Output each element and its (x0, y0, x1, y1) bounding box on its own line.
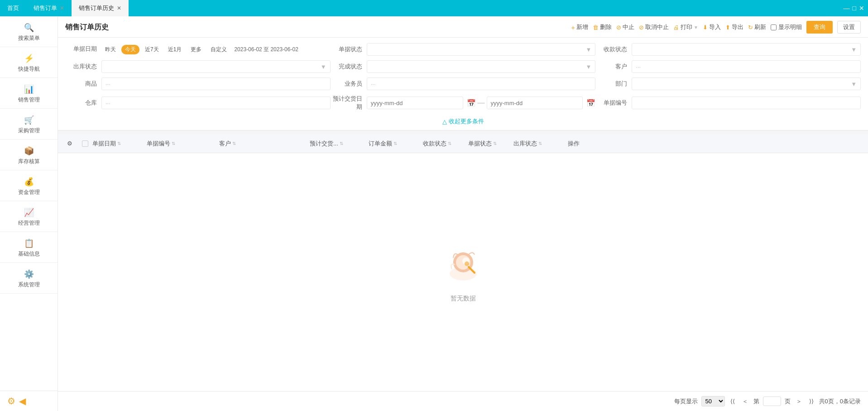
sidebar-item-basic-info[interactable]: 📋 基础信息 (0, 232, 58, 263)
display-toggle: 显示明细 (771, 23, 802, 31)
page-input[interactable]: 1 (763, 396, 781, 406)
th-pay-status[interactable]: 收款状态 ⇅ (423, 140, 468, 148)
sidebar-item-sales[interactable]: 📊 销售管理 (0, 78, 58, 109)
pay-status-select[interactable]: ▼ (632, 43, 861, 56)
btn-export[interactable]: ⬆ 导出 (725, 23, 743, 31)
th-out-status[interactable]: 出库状态 ⇅ (513, 140, 568, 148)
chip-more[interactable]: 更多 (187, 45, 205, 54)
date-separator: — (478, 99, 485, 107)
export-icon: ⬆ (725, 24, 730, 31)
purchase-icon: 🛒 (24, 115, 34, 125)
th-customer[interactable]: 客户 ⇅ (219, 140, 310, 148)
sidebar-collapse-icon[interactable]: ◀ (19, 396, 26, 406)
header-checkbox[interactable] (82, 140, 88, 147)
pagination: 每页显示 50 20 100 ⟨⟨ ＜ 第 1 页 ＞ ⟩⟩ 共0页，0条记录 (58, 391, 868, 411)
th-checkbox[interactable] (78, 140, 92, 147)
sort-amount-icon: ⇅ (393, 141, 397, 146)
btn-add[interactable]: + 新增 (571, 23, 588, 31)
cal-icon-1[interactable]: 📅 (467, 99, 476, 107)
btn-cancel-stop[interactable]: ⊘ 取消中止 (639, 23, 669, 31)
chip-custom[interactable]: 自定义 (207, 45, 230, 54)
quicknav-icon: ⚡ (24, 53, 34, 63)
filter-row-2: 出库状态 ▼ 完成状态 ▼ 客户 ··· (65, 60, 861, 73)
out-status-select[interactable]: ▼ (101, 60, 331, 73)
filter-row-3: 商品 ··· 业务员 ··· 部门 ▼ (65, 77, 861, 90)
department-select[interactable]: ▼ (632, 77, 861, 90)
label-salesperson: 业务员 (331, 80, 367, 88)
cancel-stop-icon: ⊘ (639, 24, 644, 31)
table-header: ⚙ 单据日期 ⇅ 单据编号 ⇅ 客户 ⇅ 预计交货... (58, 134, 868, 153)
first-page-btn[interactable]: ⟨⟨ (729, 397, 737, 406)
cal-icon-2[interactable]: 📅 (586, 99, 595, 107)
delivery-date-end[interactable] (487, 97, 583, 109)
label-pay-status: 收款状态 (595, 45, 632, 53)
btn-print[interactable]: 🖨 打印 ▼ (673, 23, 698, 31)
th-setting[interactable]: ⚙ (62, 140, 78, 147)
last-page-btn[interactable]: ⟩⟩ (807, 397, 815, 406)
collapse-row[interactable]: △ 收起更多条件 (65, 116, 861, 128)
minimize-btn[interactable]: — (844, 5, 850, 12)
import-icon: ⬇ (703, 24, 708, 31)
system-icon: ⚙️ (24, 269, 34, 279)
btn-delete[interactable]: 🗑 删除 (593, 23, 612, 31)
display-toggle-checkbox[interactable] (771, 24, 777, 30)
chip-today[interactable]: 今天 (121, 45, 139, 54)
th-action: 操作 (568, 140, 864, 148)
order-status-arrow: ▼ (585, 46, 591, 53)
close-tab-sales-history[interactable]: ✕ (117, 5, 121, 11)
complete-status-select[interactable]: ▼ (367, 60, 596, 73)
th-order-status[interactable]: 单据状态 ⇅ (468, 140, 513, 148)
tab-sales-history[interactable]: 销售订单历史 ✕ (72, 0, 129, 16)
sort-date-icon: ⇅ (117, 141, 121, 146)
product-select[interactable]: ··· (101, 77, 331, 90)
chip-7days[interactable]: 近7天 (141, 45, 163, 54)
filter-panel: 单据日期 昨天 今天 近7天 近1月 更多 自定义 2023-06-02 至 2… (58, 38, 868, 131)
delivery-date-start[interactable] (367, 97, 463, 109)
business-icon: 📈 (24, 208, 34, 218)
sidebar-item-finance[interactable]: 💰 资金管理 (0, 170, 58, 201)
th-delivery[interactable]: 预计交货... ⇅ (310, 140, 369, 148)
per-page-select[interactable]: 50 20 100 (701, 396, 725, 406)
close-btn[interactable]: ✕ (859, 5, 864, 12)
page-header: 销售订单历史 + 新增 🗑 删除 ⊘ 中止 ⊘ 取消中止 (58, 16, 868, 38)
sidebar-item-quicknav[interactable]: ⚡ 快捷导航 (0, 47, 58, 78)
print-dropdown-icon[interactable]: ▼ (694, 25, 698, 30)
tab-home[interactable]: 首页 (0, 0, 26, 16)
set-button[interactable]: 设置 (837, 21, 861, 34)
label-warehouse: 仓库 (65, 99, 101, 107)
next-page-btn[interactable]: ＞ (794, 396, 804, 406)
sidebar-item-business[interactable]: 📈 经营管理 (0, 201, 58, 232)
empty-state: 暂无数据 (58, 153, 868, 391)
refresh-icon: ↻ (748, 24, 753, 31)
add-icon: + (571, 24, 575, 31)
query-button[interactable]: 查询 (806, 21, 833, 34)
inventory-icon: 📦 (24, 146, 34, 156)
department-arrow: ▼ (851, 81, 857, 87)
chip-1month[interactable]: 近1月 (164, 45, 186, 54)
sidebar-item-system[interactable]: ⚙️ 系统管理 (0, 263, 58, 294)
tab-sales-order[interactable]: 销售订单 ✕ (26, 0, 72, 16)
chip-yesterday[interactable]: 昨天 (101, 45, 120, 54)
sidebar-item-purchase[interactable]: 🛒 采购管理 (0, 109, 58, 140)
salesperson-select[interactable]: ··· (367, 77, 596, 90)
prev-page-btn[interactable]: ＜ (740, 396, 750, 406)
th-number[interactable]: 单据编号 ⇅ (147, 140, 219, 148)
customer-select[interactable]: ··· (632, 60, 861, 73)
sidebar-item-search[interactable]: 🔍 搜索菜单 (0, 16, 58, 47)
label-complete-status: 完成状态 (331, 63, 367, 71)
btn-stop[interactable]: ⊘ 中止 (616, 23, 634, 31)
btn-import[interactable]: ⬇ 导入 (703, 23, 721, 31)
date-selector: 昨天 今天 近7天 近1月 更多 自定义 2023-06-02 至 2023-0… (101, 45, 331, 54)
order-number-input[interactable] (632, 97, 861, 109)
warehouse-select[interactable]: ··· (101, 97, 331, 109)
close-tab-sales-order[interactable]: ✕ (60, 5, 64, 11)
btn-refresh[interactable]: ↻ 刷新 (748, 23, 766, 31)
order-status-select[interactable]: ▼ (367, 43, 596, 56)
th-date[interactable]: 单据日期 ⇅ (92, 140, 147, 148)
sidebar: 🔍 搜索菜单 ⚡ 快捷导航 📊 销售管理 🛒 采购管理 📦 库存核算 💰 资金管… (0, 16, 58, 411)
th-amount[interactable]: 订单金额 ⇅ (369, 140, 423, 148)
filter-row-4: 仓库 ··· 预计交货日期 📅 — 📅 单据编号 (65, 95, 861, 111)
sidebar-item-inventory[interactable]: 📦 库存核算 (0, 140, 58, 170)
maximize-btn[interactable]: □ (853, 5, 856, 12)
sidebar-settings-icon[interactable]: ⚙ (7, 396, 15, 406)
